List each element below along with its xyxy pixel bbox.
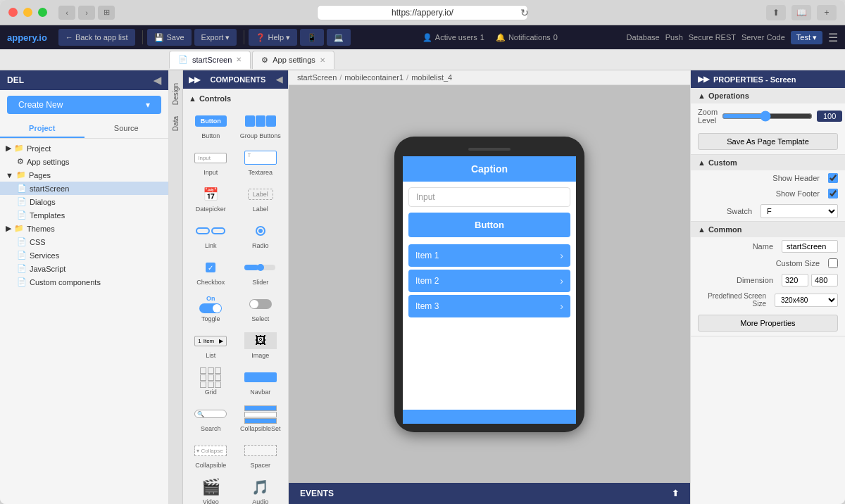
- share-button[interactable]: ⬆: [766, 5, 786, 20]
- breadcrumb-start-screen[interactable]: startScreen: [297, 73, 337, 82]
- component-input[interactable]: Input Input: [187, 145, 234, 179]
- component-search[interactable]: 🔍 Search: [187, 401, 234, 435]
- tab-close-icon[interactable]: ✕: [236, 56, 242, 63]
- tree-item-pages[interactable]: ▼ 📁 Pages: [0, 168, 168, 182]
- phone-screen[interactable]: Caption Input Button Item 1 › Item 2 › I…: [403, 156, 576, 424]
- component-datepicker-label: Datepicker: [196, 206, 226, 213]
- tree-item-javascript[interactable]: 📄 JavaScript: [0, 262, 168, 275]
- swatch-select[interactable]: F A B: [760, 204, 838, 218]
- predefined-screen-select[interactable]: 320x480 480x800 720x1280: [775, 294, 838, 307]
- zoom-slider[interactable]: [722, 111, 813, 122]
- operations-section-title[interactable]: ▲ Operations: [691, 88, 845, 103]
- breadcrumb-container[interactable]: mobilecontainer1: [344, 73, 403, 82]
- tree-item-themes[interactable]: ▶ 📁 Themes: [0, 222, 168, 235]
- common-section-title[interactable]: ▲ Common: [691, 222, 845, 237]
- breadcrumb-list[interactable]: mobilelist_4: [411, 73, 452, 82]
- component-button[interactable]: Button Button: [187, 108, 234, 142]
- tree-item-templates[interactable]: 📄 Templates: [0, 208, 168, 222]
- create-new-button[interactable]: Create New ▾: [7, 96, 161, 114]
- phone-icon: 📱: [307, 33, 317, 42]
- tree-item-project[interactable]: ▶ 📁 Project: [0, 141, 168, 155]
- component-datepicker[interactable]: 📅 Datepicker: [187, 182, 234, 215]
- tree-item-app-settings[interactable]: ⚙ App settings: [0, 155, 168, 168]
- component-link[interactable]: Link: [187, 218, 234, 252]
- component-navbar[interactable]: Navbar: [237, 365, 284, 398]
- tabs-switcher: Project Source: [0, 120, 168, 139]
- component-video[interactable]: 🎬 Video: [187, 474, 234, 504]
- tablet-view-button[interactable]: 💻: [327, 29, 351, 46]
- dimension-width-input[interactable]: [782, 274, 808, 286]
- component-toggle[interactable]: On Toggle: [187, 291, 234, 325]
- sidebar-collapse-button[interactable]: ◀: [154, 75, 161, 86]
- tree-item-custom-components[interactable]: 📄 Custom components: [0, 275, 168, 289]
- component-list[interactable]: 1Item▶ List: [187, 328, 234, 362]
- canvas-content[interactable]: Caption Input Button Item 1 › Item 2 › I…: [289, 85, 690, 483]
- server-code-button[interactable]: Server Code: [741, 33, 785, 42]
- component-checkbox[interactable]: ✓ Checkbox: [187, 255, 234, 289]
- tree-item-dialogs[interactable]: 📄 Dialogs: [0, 195, 168, 208]
- component-collapsible[interactable]: ▾ Collapse Collapsible: [187, 438, 234, 472]
- component-image[interactable]: 🖼 Image: [237, 328, 284, 362]
- tab-app-settings[interactable]: ⚙ App settings ✕: [252, 51, 334, 69]
- reload-icon[interactable]: ↻: [520, 7, 529, 18]
- data-tab[interactable]: Data: [170, 111, 181, 137]
- component-select[interactable]: Select: [237, 291, 284, 325]
- custom-size-checkbox[interactable]: [828, 258, 838, 268]
- list-arrow-icon-1: ›: [560, 250, 563, 261]
- component-spacer[interactable]: Spacer: [237, 438, 284, 472]
- database-button[interactable]: Database: [627, 33, 660, 42]
- custom-section-title[interactable]: ▲ Custom: [691, 155, 845, 170]
- component-radio[interactable]: Radio: [237, 218, 284, 252]
- push-button[interactable]: Push: [665, 33, 683, 42]
- bookmark-button[interactable]: 📖: [791, 5, 811, 20]
- export-button[interactable]: Export ▾: [194, 29, 237, 46]
- component-grid[interactable]: Grid: [187, 365, 234, 398]
- new-tab-button[interactable]: +: [817, 5, 837, 20]
- close-button[interactable]: [8, 8, 18, 17]
- component-audio[interactable]: 🎵 Audio: [237, 474, 284, 504]
- source-tab[interactable]: Source: [84, 120, 169, 138]
- component-collapsible-set[interactable]: CollapsibleSet: [237, 401, 284, 435]
- events-bar[interactable]: EVENTS ⬆: [289, 483, 690, 504]
- design-tab[interactable]: Design: [170, 77, 181, 111]
- phone-list-item-1[interactable]: Item 1 ›: [408, 244, 570, 267]
- component-label[interactable]: Label Label: [237, 182, 284, 215]
- tree-item-css[interactable]: 📄 CSS: [0, 235, 168, 248]
- phone-list-item-2[interactable]: Item 2 ›: [408, 270, 570, 292]
- component-select-icon: [242, 294, 279, 314]
- address-bar[interactable]: https://appery.io/: [317, 5, 528, 20]
- phone-input[interactable]: Input: [408, 187, 570, 207]
- help-button[interactable]: ❓ Help ▾: [249, 29, 297, 46]
- show-footer-checkbox[interactable]: [828, 189, 838, 199]
- project-tab[interactable]: Project: [0, 120, 84, 138]
- component-slider[interactable]: Slider: [237, 255, 284, 289]
- tree-item-services[interactable]: 📄 Services: [0, 248, 168, 262]
- components-collapse-button[interactable]: ◀: [276, 75, 282, 84]
- more-properties-button[interactable]: More Properties: [698, 315, 838, 332]
- dimension-height-input[interactable]: [811, 274, 838, 286]
- secure-rest-button[interactable]: Secure REST: [689, 33, 736, 42]
- tab-view-button[interactable]: ⊞: [98, 6, 115, 20]
- back-to-app-list-button[interactable]: ← Back to app list: [58, 29, 135, 46]
- component-group-buttons[interactable]: Group Buttons: [237, 108, 284, 142]
- phone-button[interactable]: Button: [408, 213, 570, 237]
- forward-nav-button[interactable]: ›: [78, 6, 95, 20]
- maximize-button[interactable]: [38, 8, 47, 17]
- minimize-button[interactable]: [23, 8, 32, 17]
- save-button[interactable]: 💾 Save: [147, 29, 192, 46]
- tab-start-screen[interactable]: 📄 startScreen ✕: [169, 51, 251, 69]
- component-textarea[interactable]: T Textarea: [237, 145, 284, 179]
- save-as-page-template-button[interactable]: Save As Page Template: [698, 133, 838, 150]
- tab-close-icon-2[interactable]: ✕: [320, 56, 325, 64]
- events-expand-icon[interactable]: ⬆: [672, 489, 679, 498]
- tree-item-start-screen[interactable]: 📄 startScreen: [0, 182, 168, 195]
- show-header-checkbox[interactable]: [828, 173, 838, 183]
- back-nav-button[interactable]: ‹: [58, 6, 75, 20]
- controls-section-title[interactable]: ▲ Controls: [183, 92, 288, 106]
- menu-button[interactable]: ☰: [828, 31, 838, 44]
- test-button[interactable]: Test ▾: [791, 31, 822, 44]
- name-input[interactable]: [782, 240, 838, 253]
- phone-list-item-3[interactable]: Item 3 ›: [408, 295, 570, 317]
- component-spacer-label: Spacer: [250, 462, 270, 469]
- phone-view-button[interactable]: 📱: [300, 29, 324, 46]
